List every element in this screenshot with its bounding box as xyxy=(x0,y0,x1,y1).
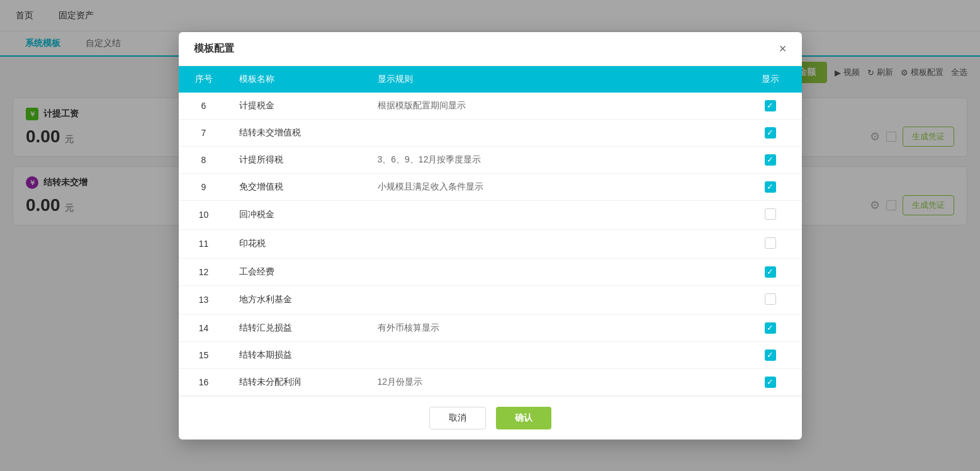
cell-name: 结转未交增值税 xyxy=(229,119,368,146)
col-header-name: 模板名称 xyxy=(229,66,368,93)
table-row: 16结转未分配利润12月份显示✓ xyxy=(179,368,802,395)
cell-checkbox: ✓ xyxy=(739,258,802,285)
cell-checkbox xyxy=(739,285,802,314)
cell-index: 7 xyxy=(179,119,229,146)
cell-name: 工会经费 xyxy=(229,258,368,285)
cell-index: 11 xyxy=(179,229,229,258)
cell-rule xyxy=(368,229,739,258)
checkbox-9[interactable]: ✓ xyxy=(765,181,776,193)
table-row: 12工会经费✓ xyxy=(179,258,802,285)
cell-name: 免交增值税 xyxy=(229,173,368,200)
table-row: 11印花税 xyxy=(179,229,802,258)
cell-rule xyxy=(368,341,739,368)
cell-checkbox: ✓ xyxy=(739,314,802,341)
table-wrapper[interactable]: 序号 模板名称 显示规则 显示 6计提税金根据模版配置期间显示✓7结转未交增值税… xyxy=(179,66,802,396)
cell-index: 10 xyxy=(179,200,229,229)
table-row: 8计提所得税3、6、9、12月按季度显示✓ xyxy=(179,146,802,173)
col-header-index: 序号 xyxy=(179,66,229,93)
cell-rule xyxy=(368,200,739,229)
cell-name: 结转本期损益 xyxy=(229,341,368,368)
modal-body: 序号 模板名称 显示规则 显示 6计提税金根据模版配置期间显示✓7结转未交增值税… xyxy=(179,66,802,396)
modal-header: 模板配置 × xyxy=(179,32,802,66)
cell-index: 9 xyxy=(179,173,229,200)
cell-checkbox: ✓ xyxy=(739,146,802,173)
cell-name: 结转汇兑损益 xyxy=(229,314,368,341)
checkbox-13[interactable] xyxy=(765,293,776,305)
cell-checkbox: ✓ xyxy=(739,341,802,368)
cell-index: 14 xyxy=(179,314,229,341)
table-row: 13地方水利基金 xyxy=(179,285,802,314)
cell-rule xyxy=(368,258,739,285)
cell-name: 回冲税金 xyxy=(229,200,368,229)
table-row: 7结转未交增值税✓ xyxy=(179,119,802,146)
table-row: 14结转汇兑损益有外币核算显示✓ xyxy=(179,314,802,341)
cell-rule xyxy=(368,285,739,314)
cell-checkbox: ✓ xyxy=(739,119,802,146)
checkbox-16[interactable]: ✓ xyxy=(765,377,776,388)
cell-name: 结转未分配利润 xyxy=(229,368,368,395)
config-table: 序号 模板名称 显示规则 显示 6计提税金根据模版配置期间显示✓7结转未交增值税… xyxy=(179,66,802,396)
checkbox-11[interactable] xyxy=(765,237,776,249)
cell-name: 印花税 xyxy=(229,229,368,258)
cell-index: 16 xyxy=(179,368,229,395)
confirm-btn[interactable]: 确认 xyxy=(496,407,551,429)
checkbox-7[interactable]: ✓ xyxy=(765,127,776,139)
cell-rule: 12月份显示 xyxy=(368,368,739,395)
checkbox-12[interactable]: ✓ xyxy=(765,266,776,278)
cell-name: 计提所得税 xyxy=(229,146,368,173)
checkbox-8[interactable]: ✓ xyxy=(765,154,776,166)
col-header-rule: 显示规则 xyxy=(368,66,739,93)
table-row: 10回冲税金 xyxy=(179,200,802,229)
checkbox-15[interactable]: ✓ xyxy=(765,349,776,361)
cell-checkbox xyxy=(739,200,802,229)
cell-rule: 有外币核算显示 xyxy=(368,314,739,341)
table-row: 15结转本期损益✓ xyxy=(179,341,802,368)
modal-title: 模板配置 xyxy=(194,42,234,55)
table-row: 6计提税金根据模版配置期间显示✓ xyxy=(179,93,802,120)
col-header-show: 显示 xyxy=(739,66,802,93)
checkbox-6[interactable]: ✓ xyxy=(765,100,776,111)
cell-rule xyxy=(368,119,739,146)
cell-checkbox: ✓ xyxy=(739,173,802,200)
cell-checkbox: ✓ xyxy=(739,93,802,120)
modal-overlay: 模板配置 × 序号 模板名称 显示规则 显示 6计提税金根据模版配置期间显 xyxy=(0,0,980,471)
cell-index: 12 xyxy=(179,258,229,285)
cell-name: 计提税金 xyxy=(229,93,368,120)
cell-rule: 根据模版配置期间显示 xyxy=(368,93,739,120)
cell-index: 15 xyxy=(179,341,229,368)
cell-index: 6 xyxy=(179,93,229,120)
cell-index: 8 xyxy=(179,146,229,173)
cell-rule: 小规模且满足收入条件显示 xyxy=(368,173,739,200)
checkbox-14[interactable]: ✓ xyxy=(765,322,776,334)
cell-rule: 3、6、9、12月按季度显示 xyxy=(368,146,739,173)
modal-footer: 取消 确认 xyxy=(179,396,802,440)
modal-template-config: 模板配置 × 序号 模板名称 显示规则 显示 6计提税金根据模版配置期间显 xyxy=(179,32,802,440)
cancel-btn[interactable]: 取消 xyxy=(429,407,486,429)
cell-name: 地方水利基金 xyxy=(229,285,368,314)
modal-close-btn[interactable]: × xyxy=(779,42,787,55)
cell-checkbox: ✓ xyxy=(739,368,802,395)
checkbox-10[interactable] xyxy=(765,208,776,220)
cell-index: 13 xyxy=(179,285,229,314)
cell-checkbox xyxy=(739,229,802,258)
table-row: 9免交增值税小规模且满足收入条件显示✓ xyxy=(179,173,802,200)
